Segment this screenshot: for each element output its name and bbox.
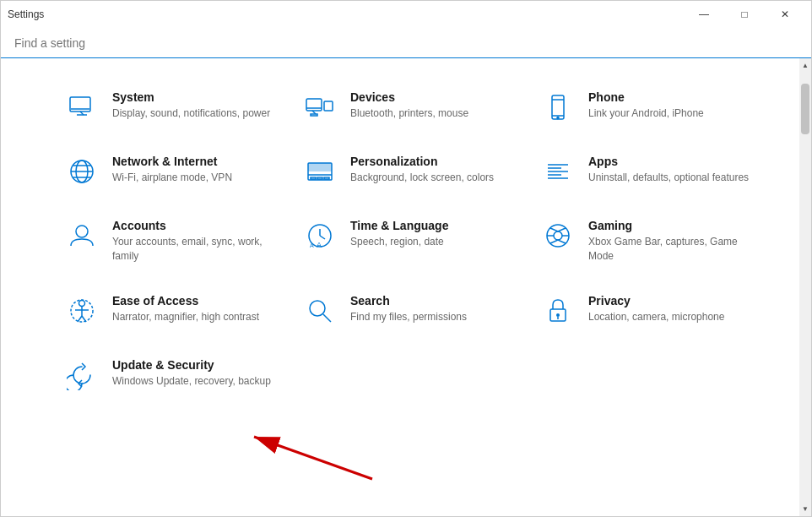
svg-rect-23 bbox=[324, 177, 329, 179]
main-content: System Display, sound, notifications, po… bbox=[1, 58, 799, 516]
settings-item-devices[interactable]: Devices Bluetooth, printers, mouse bbox=[290, 75, 528, 139]
settings-item-personalization[interactable]: Personalization Background, lock screen,… bbox=[290, 139, 528, 204]
search-settings-icon bbox=[303, 294, 337, 328]
settings-item-time[interactable]: A A Time & Language Speech, region, date bbox=[290, 204, 528, 279]
svg-point-36 bbox=[554, 231, 562, 240]
svg-point-29 bbox=[76, 226, 88, 237]
update-desc: Windows Update, recovery, backup bbox=[112, 374, 276, 389]
update-title: Update & Security bbox=[112, 358, 276, 372]
time-title: Time & Language bbox=[350, 219, 514, 232]
svg-rect-5 bbox=[324, 101, 333, 111]
devices-desc: Bluetooth, printers, mouse bbox=[350, 106, 514, 121]
svg-rect-4 bbox=[306, 99, 322, 111]
settings-text-search: Search Find my files, permissions bbox=[350, 294, 514, 324]
phone-icon bbox=[541, 90, 575, 124]
system-icon bbox=[65, 90, 99, 124]
apps-icon bbox=[541, 155, 575, 188]
search-title: Search bbox=[350, 294, 514, 307]
gaming-icon bbox=[541, 219, 575, 253]
maximize-button[interactable]: □ bbox=[725, 1, 764, 28]
settings-grid: System Display, sound, notifications, po… bbox=[51, 75, 766, 407]
settings-text-system: System Display, sound, notifications, po… bbox=[112, 90, 276, 121]
devices-title: Devices bbox=[350, 90, 514, 104]
settings-text-ease: Ease of Access Narrator, magnifier, high… bbox=[112, 294, 276, 324]
svg-rect-22 bbox=[317, 177, 322, 179]
phone-title: Phone bbox=[588, 90, 752, 104]
time-desc: Speech, region, date bbox=[350, 235, 514, 249]
svg-text:A: A bbox=[317, 241, 322, 249]
search-input[interactable] bbox=[14, 36, 798, 50]
scrollbar-thumb[interactable] bbox=[801, 84, 809, 134]
network-icon bbox=[65, 155, 99, 188]
privacy-title: Privacy bbox=[588, 294, 752, 307]
system-desc: Display, sound, notifications, power bbox=[112, 106, 276, 121]
settings-window: Settings — □ ✕ bbox=[0, 0, 812, 517]
gaming-desc: Xbox Game Bar, captures, Game Mode bbox=[588, 235, 752, 264]
settings-text-devices: Devices Bluetooth, printers, mouse bbox=[350, 90, 514, 121]
apps-desc: Uninstall, defaults, optional features bbox=[588, 171, 752, 185]
content-area: System Display, sound, notifications, po… bbox=[1, 58, 811, 516]
minimize-button[interactable]: — bbox=[685, 1, 723, 28]
settings-item-search[interactable]: Search Find my files, permissions bbox=[290, 279, 528, 343]
search-bar-area bbox=[1, 28, 811, 58]
scroll-down-button[interactable]: ▼ bbox=[799, 502, 811, 516]
settings-item-system[interactable]: System Display, sound, notifications, po… bbox=[51, 75, 290, 139]
svg-point-44 bbox=[556, 313, 560, 317]
accounts-desc: Your accounts, email, sync, work, family bbox=[112, 235, 276, 264]
settings-text-personalization: Personalization Background, lock screen,… bbox=[350, 155, 514, 185]
settings-item-update[interactable]: Update & Security Windows Update, recove… bbox=[51, 343, 290, 407]
svg-rect-21 bbox=[311, 177, 316, 179]
settings-item-network[interactable]: Network & Internet Wi-Fi, airplane mode,… bbox=[51, 139, 290, 204]
settings-item-ease[interactable]: Ease of Access Narrator, magnifier, high… bbox=[51, 279, 290, 343]
settings-text-apps: Apps Uninstall, defaults, optional featu… bbox=[588, 155, 752, 185]
svg-point-12 bbox=[557, 117, 559, 119]
personalization-desc: Background, lock screen, colors bbox=[350, 171, 514, 185]
settings-item-accounts[interactable]: Accounts Your accounts, email, sync, wor… bbox=[51, 204, 290, 279]
privacy-desc: Location, camera, microphone bbox=[588, 310, 752, 324]
network-title: Network & Internet bbox=[112, 155, 276, 168]
settings-text-time: Time & Language Speech, region, date bbox=[350, 219, 514, 249]
apps-title: Apps bbox=[588, 155, 752, 168]
window-title: Settings bbox=[8, 8, 44, 20]
close-button[interactable]: ✕ bbox=[766, 1, 804, 28]
svg-rect-19 bbox=[308, 163, 332, 171]
ease-title: Ease of Access bbox=[112, 294, 276, 307]
title-bar-controls: — □ ✕ bbox=[685, 1, 804, 28]
search-desc: Find my files, permissions bbox=[350, 310, 514, 324]
settings-item-apps[interactable]: Apps Uninstall, defaults, optional featu… bbox=[528, 139, 766, 204]
privacy-icon bbox=[541, 294, 575, 328]
phone-desc: Link your Android, iPhone bbox=[588, 106, 752, 121]
title-bar: Settings — □ ✕ bbox=[1, 1, 811, 28]
settings-text-accounts: Accounts Your accounts, email, sync, wor… bbox=[112, 219, 276, 264]
settings-text-update: Update & Security Windows Update, recove… bbox=[112, 358, 276, 389]
svg-point-41 bbox=[310, 301, 325, 316]
gaming-title: Gaming bbox=[588, 219, 752, 232]
settings-item-gaming[interactable]: Gaming Xbox Game Bar, captures, Game Mod… bbox=[528, 204, 766, 279]
time-icon: A A bbox=[303, 219, 337, 253]
svg-line-32 bbox=[320, 236, 325, 239]
settings-text-network: Network & Internet Wi-Fi, airplane mode,… bbox=[112, 155, 276, 185]
scroll-up-button[interactable]: ▲ bbox=[799, 58, 811, 73]
system-title: System bbox=[112, 90, 276, 104]
accounts-title: Accounts bbox=[112, 219, 276, 232]
svg-text:A: A bbox=[310, 242, 314, 248]
devices-icon bbox=[303, 90, 337, 124]
svg-rect-8 bbox=[311, 114, 317, 116]
settings-item-privacy[interactable]: Privacy Location, camera, microphone bbox=[528, 279, 766, 343]
personalization-title: Personalization bbox=[350, 155, 514, 168]
ease-icon bbox=[65, 294, 99, 328]
update-icon bbox=[65, 358, 99, 392]
scrollbar: ▲ ▼ bbox=[799, 58, 811, 516]
settings-text-privacy: Privacy Location, camera, microphone bbox=[588, 294, 752, 324]
svg-point-39 bbox=[79, 300, 85, 306]
settings-text-phone: Phone Link your Android, iPhone bbox=[588, 90, 752, 121]
title-bar-left: Settings bbox=[8, 8, 44, 20]
settings-text-gaming: Gaming Xbox Game Bar, captures, Game Mod… bbox=[588, 219, 752, 264]
svg-line-42 bbox=[323, 314, 331, 322]
ease-desc: Narrator, magnifier, high contrast bbox=[112, 310, 276, 324]
network-desc: Wi-Fi, airplane mode, VPN bbox=[112, 171, 276, 185]
personalization-icon bbox=[303, 155, 337, 188]
accounts-icon bbox=[65, 219, 99, 253]
settings-item-phone[interactable]: Phone Link your Android, iPhone bbox=[528, 75, 766, 139]
